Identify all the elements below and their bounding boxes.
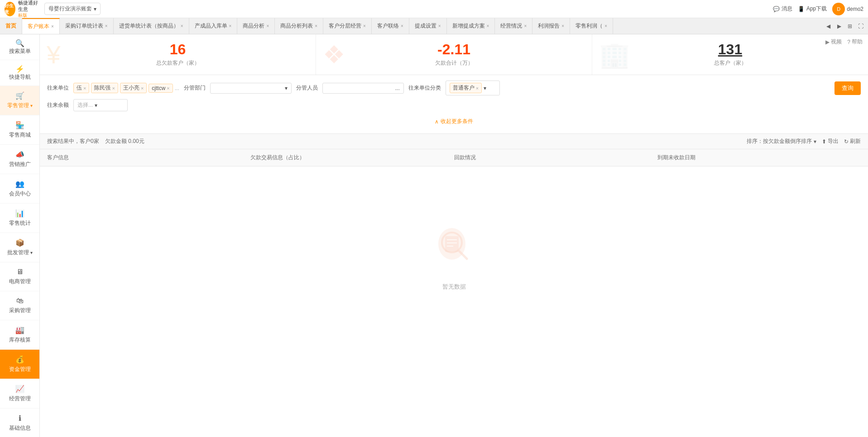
tab-retail-profit[interactable]: 零售利润（ × <box>570 18 613 34</box>
tab-close-new-raise[interactable]: × <box>487 24 489 28</box>
tab-close-tier[interactable]: × <box>363 24 366 28</box>
refresh-button[interactable]: ↻ 刷新 <box>844 138 861 145</box>
tab-scroll-left[interactable]: ◀ <box>824 22 833 31</box>
tag-chen: 陈民强 × <box>91 83 118 93</box>
purchase-icon: 🛍 <box>16 297 24 305</box>
app-download-button[interactable]: 📱 App下载 <box>798 5 827 13</box>
sort-selector[interactable]: 排序：按欠款金额倒序排序 ▾ <box>747 138 816 145</box>
person-select[interactable]: ... <box>322 83 404 94</box>
tab-close-raise[interactable]: × <box>438 24 441 28</box>
tab-home[interactable]: 首页 <box>0 18 22 34</box>
dept-label: 分管部门 <box>184 84 206 92</box>
table-header: 客户信息 欠款交易信息（占比） 回款情况 到期未收款日期 <box>40 149 868 166</box>
retail-mgmt-icon: 🛒 <box>15 91 24 100</box>
tab-close-ops[interactable]: × <box>524 24 527 28</box>
sidebar-item-ecommerce[interactable]: 🖥 电商管理 <box>0 262 39 291</box>
message-icon: 💬 <box>773 6 780 12</box>
content-area: ▶ 视频 ? 帮助 ¥ 16 总欠款客户（家） ❖ -2 <box>40 34 868 437</box>
balance-select[interactable]: 选择... ▾ <box>73 99 128 111</box>
unit-label: 往来单位 <box>47 84 69 92</box>
tab-close-purchase[interactable]: × <box>105 24 108 28</box>
tab-goods-list[interactable]: 商品分析列表 × <box>275 18 323 34</box>
tab-raise-settings[interactable]: 提成设置 × <box>409 18 447 34</box>
tab-customer-contact[interactable]: 客户联络 × <box>372 18 409 34</box>
sidebar-item-finance[interactable]: 💰 资金管理 <box>0 350 39 379</box>
tab-fullscreen[interactable]: ⛶ <box>856 22 865 31</box>
col-overdue-date: 到期未收款日期 <box>657 154 861 162</box>
tag-wang: 王小亮 × <box>120 83 147 93</box>
results-bar: 搜索结果中，客户0家 欠款金额 0.00元 排序：按欠款金额倒序排序 ▾ ⬆ 导… <box>40 134 868 149</box>
tab-product-inbound[interactable]: 产成品入库单 × <box>189 18 238 34</box>
tab-profit-report[interactable]: 利润报告 × <box>532 18 570 34</box>
tab-customer-tier[interactable]: 客户分层经营 × <box>323 18 372 34</box>
tab-stock-stats[interactable]: 进货单统计表（按商品） × <box>114 18 189 34</box>
sidebar-item-member[interactable]: 👥 会员中心 <box>0 174 39 204</box>
sidebar-item-retail-mgmt[interactable]: 🛒 零售管理 ▾ <box>0 86 39 115</box>
unit-type-chevron: ▾ <box>484 85 486 91</box>
tab-close-goods[interactable]: × <box>266 24 269 28</box>
data-table: 客户信息 欠款交易信息（占比） 回款情况 到期未收款日期 <box>40 149 868 437</box>
sidebar-search[interactable]: 🔍 搜索菜单 <box>0 34 39 60</box>
person-more-dots[interactable]: ... <box>395 85 400 91</box>
tab-scroll-right[interactable]: ▶ <box>834 22 844 31</box>
marketing-icon: 📣 <box>15 150 24 159</box>
export-button[interactable]: ⬆ 导出 <box>822 138 839 145</box>
sidebar-item-operations[interactable]: 📈 经营管理 <box>0 379 39 408</box>
tab-new-raise[interactable]: 新增提成方案 × <box>447 18 495 34</box>
tab-close-retail[interactable]: × <box>604 24 607 28</box>
tab-close-stock[interactable]: × <box>181 24 183 28</box>
tab-goods-analysis[interactable]: 商品分析 × <box>237 18 275 34</box>
balance-chevron: ▾ <box>95 102 97 109</box>
tag-normal-customer-close[interactable]: × <box>476 86 479 91</box>
tab-close-profit[interactable]: × <box>561 24 564 28</box>
tab-close-goods-list[interactable]: × <box>315 24 317 28</box>
tag-wang-close[interactable]: × <box>141 86 144 91</box>
sidebar-item-marketing[interactable]: 📣 营销推广 <box>0 145 39 174</box>
sidebar-item-retail-mall[interactable]: 🏪 零售商城 <box>0 115 39 145</box>
tab-close-inbound[interactable]: × <box>229 24 232 28</box>
search-button[interactable]: 查询 <box>834 81 861 95</box>
tab-close-customer-book[interactable]: × <box>51 24 54 29</box>
tenant-selector[interactable]: 母婴行业演示账套 ▾ <box>44 3 101 15</box>
basic-info-icon: ℹ <box>19 414 21 423</box>
sidebar-item-purchase[interactable]: 🛍 采购管理 <box>0 291 39 320</box>
tab-operations[interactable]: 经营情况 × <box>495 18 532 34</box>
tab-purchase-order[interactable]: 采购订单统计表 × <box>60 18 114 34</box>
empty-icon <box>432 223 477 277</box>
filter-area: 往来单位 伍 × 陈民强 × 王小亮 × cjttcw <box>40 75 868 134</box>
sidebar-item-retail-stats[interactable]: 📊 零售统计 <box>0 204 39 233</box>
operations-icon: 📈 <box>15 385 24 393</box>
col-payment: 回款情况 <box>454 154 657 162</box>
collapse-button[interactable]: ∧ 收起更多条件 <box>47 115 861 128</box>
stats-header: ▶ 视频 ? 帮助 ¥ 16 总欠款客户（家） ❖ -2 <box>40 34 868 75</box>
tag-wu-close[interactable]: × <box>83 86 86 91</box>
tab-customer-book[interactable]: 客户账本 × <box>22 18 60 34</box>
top-navbar: 好生意 畅捷通好生意 标版 母婴行业演示账套 ▾ 💬 消息 📱 App下载 D … <box>0 0 868 18</box>
sidebar-item-basic-info[interactable]: ℹ 基础信息 <box>0 408 39 437</box>
dept-select[interactable]: ▾ <box>210 83 292 94</box>
stat-label-customers: 总欠款客户（家） <box>156 59 200 67</box>
sidebar-item-batch-mgmt[interactable]: 📦 批发管理 ▾ <box>0 233 39 262</box>
logo-area: 好生意 畅捷通好生意 标版 <box>5 0 41 18</box>
sidebar-quick-nav[interactable]: ⚡ 快捷导航 <box>0 60 39 86</box>
col-debt-info: 欠款交易信息（占比） <box>250 154 454 162</box>
member-icon: 👥 <box>15 180 24 188</box>
stat-bg-debt-icon: ❖ <box>323 40 345 69</box>
unit-tags-more[interactable]: ... <box>175 85 179 91</box>
stat-bg-clients-icon: 🏢 <box>599 40 630 69</box>
message-button[interactable]: 💬 消息 <box>773 5 792 13</box>
sort-chevron: ▾ <box>814 138 816 145</box>
unit-tags: 伍 × 陈民强 × 王小亮 × cjttcw × ... <box>73 83 179 93</box>
tag-chen-close[interactable]: × <box>112 86 115 91</box>
tag-cjttcw-close[interactable]: × <box>167 86 169 91</box>
stat-total-customers: ¥ 16 总欠款客户（家） <box>40 34 316 75</box>
navbar-left: 好生意 畅捷通好生意 标版 母婴行业演示账套 ▾ <box>5 0 101 18</box>
sidebar-item-inventory[interactable]: 🏭 库存核算 <box>0 320 39 350</box>
stat-total-clients: 🏢 131 总客户（家） <box>592 34 868 75</box>
stat-bg-customers-icon: ¥ <box>47 40 61 69</box>
balance-label: 往来余额 <box>47 101 69 109</box>
tab-expand[interactable]: ⊞ <box>845 22 854 31</box>
tab-close-contact[interactable]: × <box>401 24 403 28</box>
user-avatar[interactable]: D demo2 <box>832 3 863 15</box>
unit-type-select[interactable]: 普通客户 × ▾ <box>446 81 500 95</box>
